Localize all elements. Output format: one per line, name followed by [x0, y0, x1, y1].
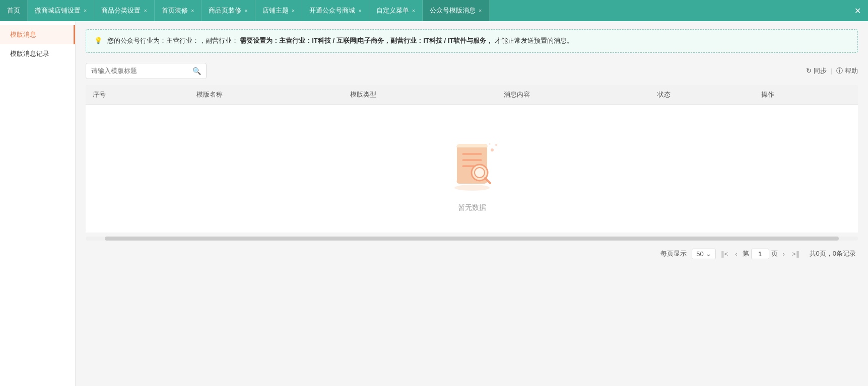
search-input[interactable] — [91, 67, 192, 74]
notice-highlight: 需要设置为：主营行业：IT科技 / 互联网|电子商务，副营行业：IT科技 / I… — [240, 37, 493, 44]
nav-tab-custom-menu-close[interactable]: × — [412, 8, 415, 14]
svg-point-8 — [495, 144, 497, 146]
col-header-status: 状态 — [650, 85, 754, 105]
nav-tab-home-decor[interactable]: 首页装修 × — [155, 0, 202, 21]
data-table: 序号 模版名称 模版类型 消息内容 状态 操作 — [86, 85, 858, 233]
sync-label: 同步 — [814, 66, 827, 75]
pagination: 每页显示 50 ⌄ ‖< ‹ 第 页 › >‖ 共0页，0条记录 — [86, 245, 858, 263]
col-header-name: 模版名称 — [189, 85, 343, 105]
svg-point-7 — [491, 148, 494, 151]
svg-point-9 — [489, 143, 490, 144]
sidebar-item-template-msg-label: 模版消息 — [10, 31, 36, 38]
sync-button[interactable]: ↻ 同步 — [806, 66, 827, 75]
nav-tab-shop-theme-label: 店铺主题 — [262, 6, 289, 15]
prev-page-button[interactable]: ‹ — [733, 249, 739, 259]
sidebar-item-template-msg-log[interactable]: 模版消息记录 — [0, 44, 75, 63]
sidebar: 模版消息 模版消息记录 — [0, 21, 76, 386]
notice-icon: 💡 — [94, 37, 102, 44]
nav-tab-home[interactable]: 首页 — [0, 0, 28, 21]
total-info: 共0页，0条记录 — [810, 249, 856, 258]
sidebar-item-template-msg[interactable]: 模版消息 — [0, 25, 75, 44]
nav-tab-product-decor[interactable]: 商品页装修 × — [202, 0, 255, 21]
nav-tab-shop-settings-close[interactable]: × — [84, 8, 87, 14]
nav-tab-open-mall-label: 开通公众号商城 — [309, 6, 355, 15]
empty-row: 暂无数据 — [86, 104, 858, 233]
last-page-button[interactable]: >‖ — [790, 249, 802, 259]
main-layout: 模版消息 模版消息记录 💡 您的公众号行业为：主营行业：，副营行业： 需要设置为… — [0, 21, 868, 386]
content-area: 💡 您的公众号行业为：主营行业：，副营行业： 需要设置为：主营行业：IT科技 /… — [76, 21, 868, 386]
empty-state: 暂无数据 — [86, 105, 858, 233]
nav-tab-shop-theme-close[interactable]: × — [292, 8, 295, 14]
nav-tab-product-decor-label: 商品页装修 — [209, 6, 241, 15]
nav-tab-template-msg-label: 公众号模版消息 — [430, 6, 476, 15]
col-header-index: 序号 — [86, 85, 189, 105]
nav-tab-shop-theme[interactable]: 店铺主题 × — [255, 0, 302, 21]
close-all-button[interactable]: ✕ — [847, 6, 868, 16]
nav-tab-product-decor-close[interactable]: × — [244, 8, 247, 14]
nav-tab-category[interactable]: 商品分类设置 × — [94, 0, 154, 21]
nav-tab-shop-settings-label: 微商城店铺设置 — [35, 6, 81, 15]
sidebar-item-template-msg-log-label: 模版消息记录 — [10, 50, 49, 57]
nav-tab-template-msg-close[interactable]: × — [479, 8, 482, 14]
notice-bar: 💡 您的公众号行业为：主营行业：，副营行业： 需要设置为：主营行业：IT科技 /… — [86, 29, 858, 53]
col-header-type: 模版类型 — [343, 85, 497, 105]
help-label: 帮助 — [845, 66, 858, 75]
nav-tab-home-label: 首页 — [7, 6, 20, 15]
page-input-wrap: 第 页 — [743, 249, 778, 259]
search-icon[interactable]: 🔍 — [192, 67, 201, 75]
horizontal-scrollbar[interactable] — [86, 237, 858, 241]
empty-text: 暂无数据 — [458, 203, 486, 212]
toolbar-right: ↻ 同步 | ⓘ 帮助 — [806, 66, 858, 75]
nav-tab-template-msg[interactable]: 公众号模版消息 × — [423, 0, 489, 21]
nav-tab-custom-menu[interactable]: 自定义菜单 × — [369, 0, 423, 21]
page-size-chevron: ⌄ — [706, 250, 711, 258]
nav-tab-category-close[interactable]: × — [144, 8, 147, 14]
per-page-label: 每页显示 — [660, 249, 687, 258]
nav-tab-home-decor-close[interactable]: × — [191, 8, 194, 14]
next-page-button[interactable]: › — [781, 249, 787, 259]
svg-point-5 — [475, 168, 485, 178]
page-label: 第 — [743, 249, 749, 258]
sync-icon: ↻ — [806, 67, 812, 74]
nav-tab-open-mall-close[interactable]: × — [358, 8, 361, 14]
toolbar-divider: | — [831, 67, 832, 74]
empty-state-icon — [442, 135, 502, 195]
notice-text-suffix: 才能正常发送预置的消息。 — [495, 37, 573, 44]
first-page-button[interactable]: ‖< — [719, 249, 730, 259]
search-bar: 🔍 ↻ 同步 | ⓘ 帮助 — [86, 63, 858, 79]
top-nav: 首页 微商城店铺设置 × 商品分类设置 × 首页装修 × 商品页装修 × 店铺主… — [0, 0, 868, 21]
nav-tab-open-mall[interactable]: 开通公众号商城 × — [302, 0, 369, 21]
close-all-icon: ✕ — [854, 7, 861, 15]
page-input[interactable] — [751, 249, 769, 259]
help-icon: ⓘ — [836, 66, 843, 75]
page-size-select[interactable]: 50 ⌄ — [692, 249, 715, 259]
svg-point-0 — [454, 185, 490, 191]
nav-tab-category-label: 商品分类设置 — [101, 6, 141, 15]
nav-tab-shop-settings[interactable]: 微商城店铺设置 × — [28, 0, 94, 21]
notice-text-prefix: 您的公众号行业为：主营行业：，副营行业： — [107, 37, 238, 44]
scrollbar-thumb[interactable] — [105, 237, 838, 241]
help-button[interactable]: ⓘ 帮助 — [836, 66, 858, 75]
nav-tab-home-decor-label: 首页装修 — [162, 6, 188, 15]
col-header-content: 消息内容 — [497, 85, 650, 105]
page-size-value: 50 — [696, 250, 703, 258]
col-header-action: 操作 — [754, 85, 858, 105]
table-header-row: 序号 模版名称 模版类型 消息内容 状态 操作 — [86, 85, 858, 105]
nav-tab-custom-menu-label: 自定义菜单 — [376, 6, 409, 15]
search-input-wrap: 🔍 — [86, 63, 207, 79]
page-unit: 页 — [771, 249, 778, 258]
